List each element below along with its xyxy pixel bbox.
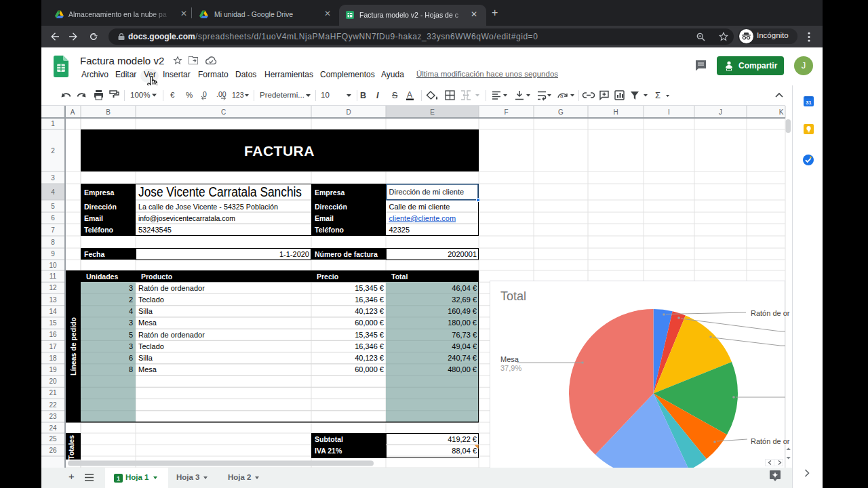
svg-text:E: E: [430, 108, 435, 116]
svg-text:J: J: [719, 108, 722, 116]
svg-text:A: A: [71, 108, 75, 116]
svg-text:16,346 €: 16,346 €: [355, 296, 384, 304]
svg-text:S: S: [392, 91, 397, 100]
svg-text:B: B: [360, 91, 366, 100]
svg-text:.00: .00: [216, 90, 226, 98]
svg-text:100%: 100%: [130, 91, 150, 99]
svg-text:60,000 €: 60,000 €: [355, 365, 384, 373]
svg-text:9: 9: [51, 250, 55, 258]
svg-text:Total: Total: [391, 272, 408, 281]
svg-text:€: €: [170, 91, 175, 99]
svg-text:3: 3: [129, 319, 133, 327]
svg-text:Email: Email: [315, 214, 334, 222]
svg-text:15,345 €: 15,345 €: [355, 284, 384, 292]
svg-text:Totales: Totales: [67, 435, 75, 460]
svg-text:%: %: [186, 91, 193, 99]
svg-text:Líneas de pedido: Líneas de pedido: [69, 317, 77, 375]
svg-text:26: 26: [49, 447, 57, 454]
svg-text:160,49 €: 160,49 €: [448, 307, 477, 315]
svg-text:88,04 €: 88,04 €: [452, 447, 477, 455]
svg-text:32,69 €: 32,69 €: [452, 296, 477, 304]
svg-text:Mesa: Mesa: [138, 319, 157, 327]
svg-text:21: 21: [49, 389, 57, 396]
svg-text:2020001: 2020001: [448, 250, 477, 258]
svg-text:15,345 €: 15,345 €: [355, 331, 384, 339]
svg-text:23: 23: [49, 413, 57, 420]
svg-text:Teclado: Teclado: [138, 296, 164, 304]
svg-text:Dirección: Dirección: [315, 203, 347, 211]
svg-text:40,123 €: 40,123 €: [355, 354, 384, 362]
svg-text:19: 19: [49, 366, 57, 373]
svg-text:14: 14: [49, 308, 57, 315]
svg-text:Dirección de mi cliente: Dirección de mi cliente: [389, 188, 465, 196]
svg-text:7: 7: [51, 226, 55, 234]
svg-text:Email: Email: [84, 214, 103, 222]
svg-text:8: 8: [51, 239, 55, 246]
svg-text:FACTURA: FACTURA: [244, 143, 315, 159]
svg-text:IVA 21%: IVA 21%: [315, 447, 342, 455]
svg-text:16,346 €: 16,346 €: [355, 342, 384, 350]
svg-text:Teléfono: Teléfono: [315, 226, 344, 234]
svg-text:.0: .0: [201, 90, 207, 98]
svg-text:6: 6: [51, 214, 55, 222]
svg-text:31: 31: [806, 100, 811, 106]
svg-text:A: A: [407, 90, 412, 100]
svg-text:4: 4: [51, 188, 55, 196]
svg-text:42325: 42325: [389, 226, 410, 234]
svg-text:5: 5: [51, 203, 55, 210]
svg-text:Precio: Precio: [317, 272, 338, 281]
svg-text:22: 22: [49, 401, 57, 409]
svg-text:60,000 €: 60,000 €: [355, 319, 384, 327]
svg-text:Número de factura: Número de factura: [315, 250, 378, 258]
svg-text:12: 12: [49, 284, 57, 291]
svg-text:3: 3: [129, 284, 133, 292]
svg-text:Ratón de or: Ratón de or: [751, 309, 790, 317]
svg-text:1-1-2020: 1-1-2020: [279, 250, 309, 258]
svg-text:419,22 €: 419,22 €: [448, 435, 477, 443]
svg-text:8: 8: [129, 365, 133, 373]
svg-text:15: 15: [49, 319, 57, 327]
svg-text:40,123 €: 40,123 €: [355, 307, 384, 315]
svg-text:480,00 €: 480,00 €: [448, 365, 477, 373]
svg-text:180,00 €: 180,00 €: [448, 319, 477, 327]
svg-text:Fecha: Fecha: [84, 250, 105, 258]
svg-text:Teléfono: Teléfono: [84, 226, 113, 234]
svg-text:Empresa: Empresa: [84, 188, 115, 197]
svg-text:1: 1: [117, 475, 120, 482]
svg-text:11: 11: [50, 272, 57, 280]
svg-text:2: 2: [51, 147, 55, 155]
svg-text:D: D: [346, 108, 351, 116]
svg-text:La calle de Jose Vicente - 543: La calle de Jose Vicente - 54325 Poblaci…: [138, 203, 278, 211]
svg-text:20: 20: [49, 378, 57, 385]
svg-text:Mesa: Mesa: [500, 355, 519, 363]
svg-text:Total: Total: [500, 289, 526, 303]
svg-text:cliente@cliente.com: cliente@cliente.com: [389, 214, 456, 222]
svg-text:3: 3: [51, 174, 55, 182]
svg-text:Calle de mi cliente: Calle de mi cliente: [389, 203, 450, 211]
svg-text:info@josevicentecarratala.com: info@josevicentecarratala.com: [138, 214, 235, 222]
svg-text:C: C: [221, 108, 226, 116]
svg-text:I: I: [376, 91, 379, 100]
svg-text:B: B: [106, 108, 111, 116]
svg-text:240,74 €: 240,74 €: [448, 354, 477, 362]
svg-text:Ratón de or: Ratón de or: [751, 437, 790, 445]
svg-text:Empresa: Empresa: [315, 188, 345, 197]
svg-text:123: 123: [232, 91, 244, 99]
svg-text:6: 6: [129, 354, 133, 362]
svg-text:25: 25: [49, 435, 57, 443]
svg-text:Mesa: Mesa: [138, 365, 157, 373]
svg-text:Teclado: Teclado: [138, 342, 164, 350]
svg-text:53243545: 53243545: [138, 226, 172, 234]
svg-text:1: 1: [51, 120, 55, 127]
svg-text:3: 3: [129, 342, 133, 350]
svg-text:5: 5: [129, 331, 133, 339]
svg-text:18: 18: [49, 354, 57, 362]
svg-text:Subtotal: Subtotal: [315, 435, 343, 443]
svg-text:24: 24: [49, 424, 57, 432]
svg-text:16: 16: [49, 331, 57, 338]
svg-text:37,9%: 37,9%: [500, 364, 521, 372]
svg-text:2: 2: [129, 296, 133, 304]
svg-text:4: 4: [129, 307, 133, 315]
svg-text:17: 17: [49, 343, 57, 350]
svg-text:a: a: [560, 93, 564, 99]
